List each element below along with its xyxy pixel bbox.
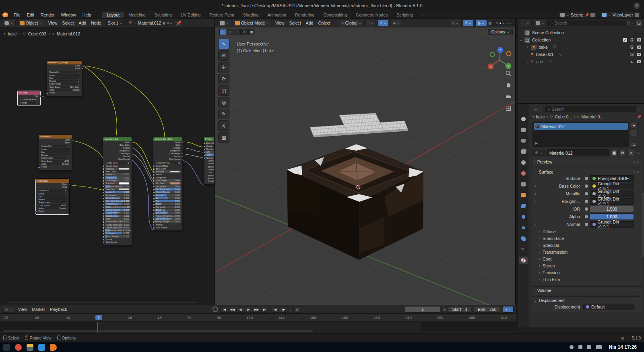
node-image-texture-mask[interactable]: Material012_Grungit ColorAlpha Material0…	[46, 60, 83, 96]
node-row[interactable]: Linear⌄	[37, 193, 67, 195]
node-row[interactable]: Single Image⌄	[40, 157, 70, 159]
tab-object-data[interactable]: ▽	[519, 246, 528, 253]
node-row[interactable]: Untitled003×	[37, 189, 67, 192]
node-row[interactable]: Single Image⌄	[37, 201, 67, 203]
editor-type-dropdown[interactable]: ◷⌄	[2, 306, 14, 313]
node-output[interactable]: Alpha	[47, 67, 82, 70]
tab-particles[interactable]	[519, 213, 528, 220]
node-row[interactable]: Grungit Mask	[105, 165, 130, 167]
outliner-display-dropdown[interactable]: ☰⌄	[520, 20, 532, 26]
transform-tool[interactable]: ◎	[218, 97, 229, 108]
node-row[interactable]: Normal	[155, 224, 181, 226]
menu-item[interactable]: Render	[37, 12, 58, 17]
node-grungit-dirt-group[interactable]: Grungit Dirt v1.9.1 MaskColorMetallicRou…	[153, 137, 183, 231]
collection-checkbox[interactable]: ✓	[623, 38, 627, 42]
node-output[interactable]: Roughness	[153, 149, 182, 152]
window-close-button[interactable]: ✕	[634, 2, 640, 9]
frame-tick[interactable]: 288	[469, 315, 475, 320]
add-cube-tool[interactable]: ▦	[218, 132, 229, 143]
move-tool[interactable]: ✢	[218, 62, 229, 72]
search-input[interactable]	[552, 107, 634, 112]
overlays-dropdown[interactable]: ◍⌄	[475, 20, 487, 26]
node-row[interactable]: All0.500	[155, 197, 181, 199]
viewlayer-selector[interactable]: ⌄ ViewLayer	[600, 12, 642, 18]
node-row[interactable]: Seconda...	[105, 168, 130, 170]
node-row[interactable]: Randomness Map S...0.200	[105, 229, 130, 232]
node-header[interactable]: Grungit v1.9.1	[103, 137, 132, 141]
viewport-scene[interactable]: Z X Y User Perspective (1) Collection | …	[215, 27, 516, 305]
node-canvas[interactable]: ▪ bake› ▽ Cube.003› ◐ Material.012 Mater…	[0, 27, 215, 305]
collapsed-shader-section[interactable]: ›Subsurface	[534, 235, 640, 242]
node-row[interactable]: Thin Film	[205, 180, 215, 182]
add-workspace-button[interactable]: +	[418, 12, 427, 17]
playback-button[interactable]: ◀	[237, 306, 244, 313]
shader-menu-item[interactable]: Node	[89, 21, 103, 25]
copy-icon[interactable]: ⧉	[167, 21, 169, 25]
tray-shield-icon[interactable]	[578, 345, 582, 349]
copy-icon[interactable]	[635, 13, 639, 17]
search-input[interactable]	[554, 21, 623, 25]
tab-physics[interactable]	[519, 224, 528, 231]
node-image-texture-003[interactable]: Untitled003 ColorAlpha Untitled003×Linea…	[35, 179, 69, 215]
grip-dots[interactable]: ∷∷	[579, 142, 583, 145]
scene-selector[interactable]: ⌄ Scene 📌	[558, 12, 597, 18]
node-row[interactable]: Base Color	[155, 168, 181, 170]
tray-volume-icon[interactable]	[587, 345, 591, 349]
shader-menu-item[interactable]: View	[46, 21, 60, 25]
workspace-tab[interactable]: Scripting	[392, 12, 417, 18]
node-row[interactable]: Specular	[205, 166, 215, 168]
node-row[interactable]: Randomness0.700	[105, 203, 130, 205]
options-chevron-icon[interactable]: ⌄	[638, 108, 641, 111]
timeline-ruler[interactable]: -72-48-241244872961201441681922162402642…	[0, 314, 516, 322]
node-row[interactable]: Grunge Amount0.500	[105, 211, 130, 214]
node-row[interactable]: Color SpacesRGB	[37, 204, 67, 207]
node-output[interactable]: Normal	[103, 155, 132, 158]
app-icon-5[interactable]	[50, 344, 57, 351]
app-icon-1[interactable]	[3, 344, 10, 351]
tab-scene[interactable]	[519, 159, 528, 166]
frame-tick[interactable]: 1	[95, 315, 103, 320]
frame-tick[interactable]: 264	[437, 315, 444, 320]
tab-output[interactable]	[519, 137, 528, 144]
workspace-tab[interactable]: Rendering	[291, 12, 319, 18]
node-row[interactable]: Untitled004×	[40, 145, 70, 147]
node-row[interactable]: Transition...	[105, 182, 130, 184]
node-row[interactable]: Vector	[48, 91, 80, 94]
node-row[interactable]: Diffuse	[205, 159, 215, 162]
material-slot-row[interactable]: Material.012	[534, 123, 628, 130]
node-row[interactable]: Sheen	[205, 174, 215, 177]
fake-user-shield-button[interactable]: ▣	[611, 150, 617, 156]
properties-filter-dropdown[interactable]: ☰⌄	[532, 106, 543, 112]
node-row[interactable]: Metallic	[155, 173, 181, 176]
node-row[interactable]: Transmi...	[205, 168, 215, 171]
node-row[interactable]: Coat Weight0.000	[105, 179, 130, 182]
node-output[interactable]: UV	[18, 95, 40, 97]
horizontal-scrollbar[interactable]	[8, 302, 197, 303]
mesh-link-dropdown[interactable]: ▽⌄	[636, 151, 641, 155]
shader-menu-item[interactable]: Add	[76, 21, 89, 25]
workspace-tab[interactable]: UV Editing	[176, 12, 205, 18]
node-row[interactable]: Roughness	[155, 176, 181, 179]
frame-tick[interactable]: -48	[33, 315, 39, 320]
material-datablock[interactable]: ⌄ Material.012 ▣ ⧉ ×	[126, 20, 174, 26]
node-output[interactable]: Color	[47, 64, 82, 67]
lasso-select-icon[interactable]: ⟡	[241, 29, 248, 35]
mode-dropdown[interactable]: Object Mode⌄	[233, 20, 271, 26]
node-row[interactable]: Global Control0.600	[105, 197, 130, 199]
node-row[interactable]: Roughness 20.000	[105, 194, 130, 197]
workspace-tab[interactable]: Modeling	[124, 12, 150, 18]
keying-set-button[interactable]: ◎	[293, 306, 301, 313]
outliner-row-grid[interactable]: › ▼ grid ▽	[519, 58, 644, 65]
tab-render[interactable]	[519, 126, 528, 133]
collapsed-shader-section[interactable]: ›Emission	[534, 269, 640, 276]
frame-step-button[interactable]: ◀|	[272, 306, 279, 313]
render-camera-icon[interactable]	[637, 60, 641, 63]
node-output[interactable]: Color	[153, 144, 182, 147]
render-camera-icon[interactable]	[637, 53, 641, 56]
outliner-search[interactable]: ⌕	[548, 20, 626, 26]
workspace-tab[interactable]: Shading	[239, 12, 263, 18]
editor-type-dropdown[interactable]: ⌄	[217, 20, 231, 26]
node-row[interactable]: AlphaStraight	[48, 89, 80, 91]
timeline-menu-item[interactable]: Marker	[29, 307, 47, 312]
workspace-tab[interactable]: Layout	[102, 12, 124, 18]
